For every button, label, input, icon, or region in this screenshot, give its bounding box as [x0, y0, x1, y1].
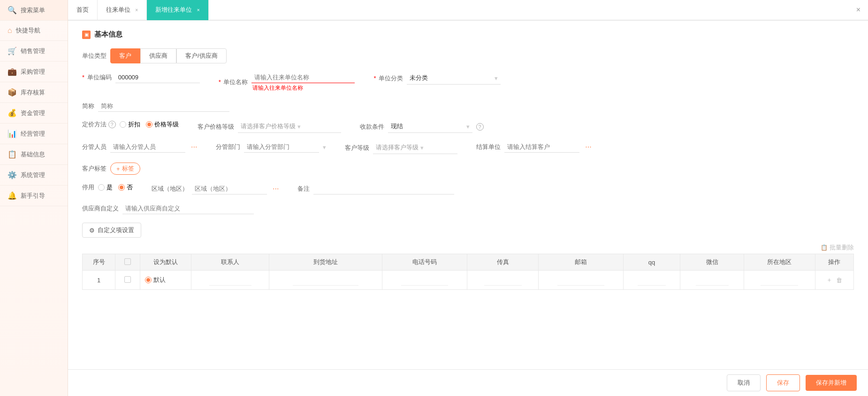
- sidebar-item-label: 基础信息: [21, 150, 45, 159]
- region-more-icon[interactable]: ···: [273, 185, 279, 193]
- cell-qq: [623, 271, 680, 290]
- custom-settings-row: ⚙ 自定义项设置: [82, 223, 854, 243]
- contact-input[interactable]: [209, 274, 251, 286]
- customer-level-select[interactable]: 请选择客户等级 ▾: [373, 141, 457, 154]
- supplier-custom-input[interactable]: [122, 203, 254, 214]
- customer-level-label: 客户等级: [345, 144, 369, 152]
- settlement-unit-field: 结算单位 ···: [476, 141, 591, 153]
- sidebar-item-sales[interactable]: 🛒 销售管理: [0, 41, 68, 62]
- remarks-input[interactable]: [313, 183, 454, 194]
- sidebar: 🔍 搜索菜单 ⌂ 快捷导航 🛒 销售管理 💼 采购管理 📦 库存核算 💰 资金管…: [0, 0, 68, 396]
- sidebar-item-quick-nav[interactable]: ⌂ 快捷导航: [0, 21, 68, 41]
- save-and-new-button[interactable]: 保存并新增: [806, 375, 857, 391]
- default-radio-item[interactable]: 默认: [145, 276, 186, 284]
- unit-category-field: * 单位分类 未分类 ▾: [373, 72, 501, 85]
- settlement-more-icon[interactable]: ···: [585, 143, 591, 151]
- supplier-custom-field: 供应商自定义: [82, 203, 254, 214]
- email-input[interactable]: [557, 274, 604, 286]
- sidebar-item-label: 新手引导: [21, 192, 45, 200]
- tab-home[interactable]: 首页: [68, 0, 98, 20]
- sidebar-item-label: 库存核算: [21, 88, 45, 97]
- section-title: 基本信息: [94, 30, 122, 39]
- tab-home-label: 首页: [76, 6, 89, 14]
- unit-code-field: * 单位编码: [82, 72, 200, 83]
- manager-row: 分管人员 ··· 分管部门 ▾ 客户等级 请选择客户等级 ▾ 结算单位 ···: [82, 141, 854, 154]
- sidebar-item-finance[interactable]: 💰 资金管理: [0, 103, 68, 124]
- payment-terms-select[interactable]: 现结 ▾: [388, 120, 472, 133]
- department-field: 分管部门 ▾: [216, 141, 326, 153]
- pricing-radio-group: 折扣 价格等级: [120, 120, 179, 129]
- disabled-no-radio: [118, 184, 125, 191]
- disabled-label: 停用: [82, 183, 94, 192]
- sidebar-item-label: 资金管理: [21, 109, 45, 117]
- sidebar-item-inventory[interactable]: 📦 库存核算: [0, 82, 68, 103]
- table-select-all-checkbox[interactable]: [124, 258, 131, 265]
- disabled-no[interactable]: 否: [118, 183, 133, 192]
- tab-new-partner-close[interactable]: ×: [197, 7, 199, 13]
- custom-settings-button[interactable]: ⚙ 自定义项设置: [82, 223, 141, 238]
- sidebar-item-search[interactable]: 🔍 搜索菜单: [0, 0, 68, 21]
- fax-input[interactable]: [484, 274, 522, 286]
- unit-category-label: * 单位分类: [373, 74, 403, 83]
- unit-name-input[interactable]: [251, 72, 355, 83]
- tabs-close-all[interactable]: ×: [849, 6, 868, 14]
- manager-input[interactable]: [110, 141, 185, 153]
- location-input[interactable]: [761, 274, 798, 286]
- tab-partner-close[interactable]: ×: [135, 7, 138, 13]
- pricing-help-icon[interactable]: ?: [108, 121, 116, 128]
- short-name-input[interactable]: [98, 101, 229, 112]
- customer-level-field: 客户等级 请选择客户等级 ▾: [345, 141, 457, 154]
- sidebar-item-system[interactable]: ⚙️ 系统管理: [0, 165, 68, 186]
- sidebar-item-label: 采购管理: [21, 68, 45, 76]
- customer-price-level-select[interactable]: 请选择客户价格等级 ▾: [238, 120, 341, 133]
- cell-wechat: [680, 271, 744, 290]
- cancel-button[interactable]: 取消: [727, 374, 761, 391]
- sidebar-item-guide[interactable]: 🔔 新手引导: [0, 186, 68, 206]
- batch-delete-button[interactable]: 批量删除: [830, 243, 854, 252]
- pricing-option-discount[interactable]: 折扣: [120, 120, 140, 129]
- type-btn-supplier[interactable]: 供应商: [140, 48, 176, 63]
- sidebar-item-basic[interactable]: 📋 基础信息: [0, 144, 68, 165]
- add-tag-button[interactable]: + 标签: [110, 163, 140, 175]
- unit-code-input[interactable]: [115, 72, 200, 83]
- row-checkbox[interactable]: [124, 276, 131, 283]
- wechat-input[interactable]: [696, 274, 729, 286]
- th-location: 所在地区: [744, 254, 815, 271]
- pricing-option-level[interactable]: 价格等级: [146, 120, 179, 129]
- supplier-custom-label: 供应商自定义: [82, 204, 119, 213]
- department-input[interactable]: [244, 141, 319, 153]
- sidebar-item-operations[interactable]: 📊 经营管理: [0, 124, 68, 144]
- unit-category-select[interactable]: 未分类 ▾: [407, 72, 501, 85]
- settlement-unit-input[interactable]: [504, 141, 579, 153]
- type-btn-customer[interactable]: 客户: [110, 48, 140, 63]
- tab-partner[interactable]: 往来单位 ×: [98, 0, 147, 20]
- disabled-region-row: 停用 是 否 区域（地区） ··· 备注: [82, 183, 854, 194]
- section-icon: ▣: [82, 31, 91, 39]
- unit-type-buttons: 客户 供应商 客户/供应商: [110, 48, 227, 63]
- save-button[interactable]: 保存: [766, 374, 800, 391]
- table-header-row: 序号 设为默认 联系人 到货地址 电话号码 传真 邮箱 qq 微信 所在地区 操…: [83, 254, 854, 271]
- phone-input[interactable]: [401, 274, 448, 286]
- cell-email: [538, 271, 623, 290]
- cell-action: ＋ 🗑: [815, 271, 853, 290]
- price-level-arrow-icon: ▾: [297, 123, 301, 130]
- footer-bar: 取消 保存 保存并新增: [68, 369, 868, 396]
- unit-name-label: * 单位名称: [219, 78, 248, 86]
- customer-price-level-label: 客户价格等级: [198, 123, 234, 131]
- disabled-yes[interactable]: 是: [98, 183, 113, 192]
- qq-input[interactable]: [638, 274, 666, 286]
- tab-new-partner[interactable]: 新增往来单位 ×: [147, 0, 208, 20]
- th-index: 序号: [83, 254, 115, 271]
- region-input[interactable]: [192, 183, 267, 194]
- type-btn-both[interactable]: 客户/供应商: [176, 48, 227, 63]
- address-input[interactable]: [293, 274, 358, 286]
- add-row-icon[interactable]: ＋: [826, 276, 832, 284]
- discount-radio: [120, 121, 126, 128]
- manager-more-icon[interactable]: ···: [191, 143, 197, 151]
- delete-row-icon[interactable]: 🗑: [836, 277, 842, 284]
- customer-level-arrow-icon: ▾: [420, 144, 424, 151]
- remarks-label: 备注: [297, 185, 310, 193]
- sidebar-item-purchase[interactable]: 💼 采购管理: [0, 62, 68, 82]
- pricing-row: 定价方法 ? 折扣 价格等级 客户价格等级 请选择客户价: [82, 120, 854, 133]
- payment-terms-help-icon[interactable]: ?: [476, 123, 484, 131]
